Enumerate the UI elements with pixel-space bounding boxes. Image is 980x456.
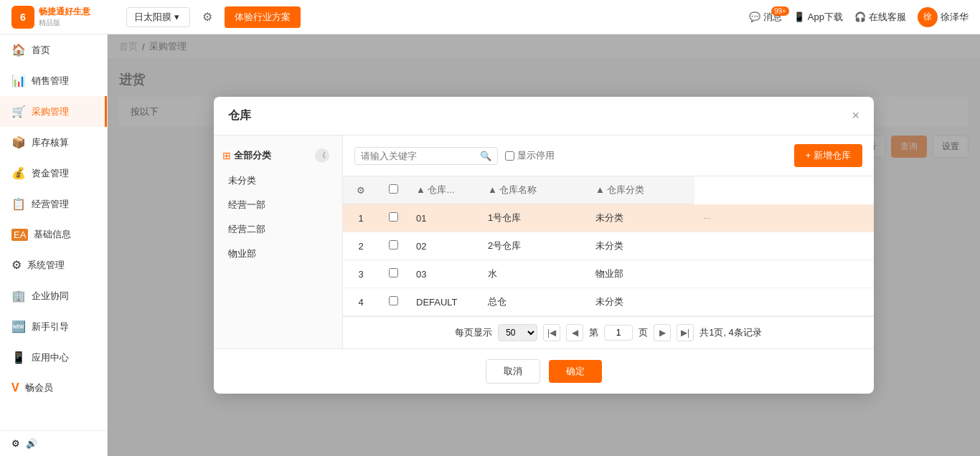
table-header-gear: ⚙	[343, 176, 379, 204]
home-icon: 🏠	[11, 43, 26, 57]
show-disabled-checkbox-label[interactable]: 显示停用	[505, 149, 555, 162]
table-row[interactable]: 2 02 2号仓库 未分类	[343, 232, 874, 260]
sidebar-item-label: 畅会员	[25, 381, 53, 394]
table-cell-name: 2号仓库	[479, 232, 587, 260]
table-header-check[interactable]	[379, 176, 407, 204]
sound-icon: 🔊	[26, 438, 37, 449]
enterprise-icon: 🏢	[11, 289, 26, 303]
sidebar-item-label: 系统管理	[27, 259, 65, 272]
warehouse-modal: 仓库 × ⊞ 全部分类 《 未分类 经营一部 经营二部	[214, 97, 874, 394]
sidebar-item-basic[interactable]: EA 基础信息	[0, 219, 107, 250]
table-cell-category: 未分类	[587, 232, 694, 260]
table-header-category[interactable]: ▲ 仓库分类	[587, 176, 694, 204]
phone-icon: 📱	[793, 11, 805, 22]
confirm-button[interactable]: 确定	[549, 360, 602, 383]
user-area[interactable]: 徐 徐泽华	[918, 7, 969, 27]
table-cell-check[interactable]	[379, 260, 407, 288]
table-row[interactable]: 3 03 水 物业部	[343, 260, 874, 288]
sidebar-item-operations[interactable]: 📋 经营管理	[0, 189, 107, 219]
logo-area: 6 畅捷通好生意 精品版	[11, 6, 119, 29]
search-input[interactable]	[361, 151, 480, 161]
next-page-button[interactable]: ▶	[654, 324, 671, 341]
sidebar-category-ops1[interactable]: 经营一部	[214, 193, 342, 217]
page-number-input[interactable]	[604, 325, 633, 341]
collapse-button[interactable]: 《	[315, 148, 329, 163]
sidebar-item-label: 库存核算	[32, 136, 69, 149]
avatar: 徐	[918, 7, 938, 27]
table-cell-check[interactable]	[379, 288, 407, 316]
last-page-button[interactable]: ▶|	[677, 324, 694, 341]
sidebar-item-sales[interactable]: 📊 销售管理	[0, 65, 107, 96]
top-header: 6 畅捷通好生意 精品版 日太阳膜 ▾ ⚙ 体验行业方案 💬 消息 99+ 📱 …	[0, 0, 980, 34]
sidebar-category-ops2[interactable]: 经营二部	[214, 217, 342, 242]
modal-body: ⊞ 全部分类 《 未分类 经营一部 经营二部 物业部	[214, 136, 874, 348]
table-header-name[interactable]: ▲ 仓库名称	[479, 176, 587, 204]
modal-title: 仓库	[228, 108, 251, 123]
sidebar-item-purchase[interactable]: 🛒 采购管理	[0, 96, 107, 127]
header-right: 💬 消息 99+ 📱 App下载 🎧 在线客服 徐 徐泽华	[749, 7, 969, 27]
trial-button[interactable]: 体验行业方案	[225, 6, 301, 28]
modal-close-button[interactable]: ×	[852, 108, 859, 123]
modal-main: 🔍 显示停用 + 新增仓库	[343, 136, 874, 348]
settings-bottom-icon: ⚙	[11, 438, 20, 449]
table-cell-actions: 2	[343, 232, 379, 260]
page-suffix: 页	[639, 326, 648, 339]
select-all-checkbox[interactable]	[389, 184, 398, 194]
sidebar-category-unclassified[interactable]: 未分类	[214, 168, 342, 193]
table-cell-actions: 1	[343, 204, 379, 232]
grid-icon: ⊞	[222, 150, 231, 161]
table-header-code[interactable]: ▲ 仓库...	[407, 176, 479, 204]
sidebar-item-label: 新手引导	[32, 320, 69, 333]
sidebar-item-label: 首页	[32, 44, 50, 57]
table-cell-check[interactable]	[379, 204, 407, 232]
store-selector[interactable]: 日太阳膜 ▾	[126, 7, 190, 27]
sidebar-item-appcenter[interactable]: 📱 应用中心	[0, 342, 107, 373]
search-box: 🔍	[354, 147, 498, 165]
sidebar-item-enterprise[interactable]: 🏢 企业协同	[0, 280, 107, 311]
sidebar-item-system[interactable]: ⚙ 系统管理	[0, 250, 107, 280]
table-row[interactable]: 1 01 1号仓库 未分类 ···	[343, 204, 874, 232]
table-cell-code: 03	[407, 260, 479, 288]
per-page-select[interactable]: 50 10 20 100	[498, 324, 537, 341]
table-cell-actions: 4	[343, 288, 379, 316]
sidebar-item-finance[interactable]: 💰 资金管理	[0, 158, 107, 189]
table-cell-name: 水	[479, 260, 587, 288]
sidebar-item-label: 经营管理	[32, 198, 69, 211]
table-cell-check[interactable]	[379, 232, 407, 260]
sidebar-item-guide[interactable]: 🆕 新手引导	[0, 311, 107, 342]
all-category-label[interactable]: 全部分类	[234, 149, 311, 162]
show-disabled-checkbox[interactable]	[505, 151, 514, 161]
message-badge: 99+	[771, 6, 789, 16]
sidebar-item-label: 资金管理	[32, 167, 69, 180]
table-cell-name: 总仓	[479, 288, 587, 316]
add-warehouse-button[interactable]: + 新增仓库	[794, 144, 862, 167]
table-cell-actions: 3	[343, 260, 379, 288]
modal-sidebar: ⊞ 全部分类 《 未分类 经营一部 经营二部 物业部	[214, 136, 343, 348]
message-item[interactable]: 💬 消息 99+	[749, 11, 782, 24]
basic-icon: EA	[11, 229, 28, 241]
prev-page-button[interactable]: ◀	[566, 324, 583, 341]
sidebar-bottom[interactable]: ⚙ 🔊	[0, 430, 107, 456]
table-cell-more[interactable]: ···	[694, 204, 874, 232]
sidebar-item-member[interactable]: V 畅会员	[0, 373, 107, 403]
table-cell-category: 物业部	[587, 260, 694, 288]
total-info: 共1页, 4条记录	[699, 326, 762, 339]
app-icon: 📱	[11, 351, 26, 364]
sidebar-item-home[interactable]: 🏠 首页	[0, 34, 107, 65]
main-layout: 🏠 首页 📊 销售管理 🛒 采购管理 📦 库存核算 💰 资金管理 📋 经营管理 …	[0, 34, 980, 456]
sidebar-item-inventory[interactable]: 📦 库存核算	[0, 127, 107, 158]
cancel-button[interactable]: 取消	[486, 359, 540, 384]
member-icon: V	[11, 381, 19, 394]
first-page-button[interactable]: |◀	[543, 324, 560, 341]
logo-icon: 6	[11, 6, 34, 29]
sidebar-item-label: 基础信息	[34, 228, 71, 241]
app-download-item[interactable]: 📱 App下载	[793, 11, 843, 24]
settings-icon[interactable]: ⚙	[196, 6, 219, 29]
online-service-item[interactable]: 🎧 在线客服	[854, 11, 906, 24]
logo-text: 畅捷通好生意 精品版	[39, 6, 90, 28]
table-row[interactable]: 4 DEFAULT 总仓 未分类	[343, 288, 874, 316]
sidebar-category-property[interactable]: 物业部	[214, 242, 342, 266]
sidebar-item-label: 应用中心	[32, 351, 69, 364]
warehouse-table: ⚙ ▲ 仓库... ▲ 仓库名称	[343, 176, 874, 316]
sidebar-item-label: 销售管理	[32, 75, 69, 87]
